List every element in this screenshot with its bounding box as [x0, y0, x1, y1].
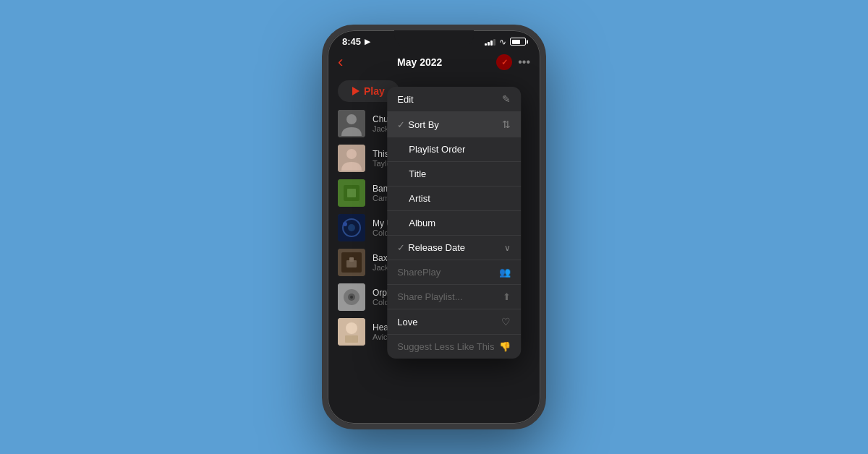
playlist-header: ‹ May 2022 ✓ •••: [328, 50, 540, 77]
status-icons: ∿: [485, 37, 526, 47]
svg-point-20: [346, 322, 357, 334]
signal-icon: [485, 38, 495, 46]
svg-point-1: [346, 114, 357, 124]
chevron-down-icon: ∨: [504, 243, 511, 253]
sort-icon: ⇅: [502, 119, 511, 130]
thumbs-down-icon: 👎: [499, 341, 511, 352]
album-art: [338, 283, 365, 311]
location-icon: ▶: [365, 38, 370, 46]
menu-item-shareplay[interactable]: SharePlay 👥: [387, 260, 521, 285]
menu-item-sort-by[interactable]: ✓ Sort By ⇅: [387, 112, 521, 137]
wifi-icon: ∿: [499, 37, 506, 47]
album-art: [338, 110, 365, 137]
svg-point-9: [348, 224, 355, 231]
menu-item-suggest-less[interactable]: Suggest Less Like This 👎: [387, 335, 521, 359]
context-menu: Edit ✎ ✓ Sort By ⇅ Playlist Order Title …: [387, 87, 521, 359]
phone-frame: 8:45 ▶ ∿ ‹ May 2022 ✓ ••• Play: [322, 25, 546, 429]
confirm-button[interactable]: ✓: [496, 54, 512, 70]
menu-item-love[interactable]: Love ♡: [387, 309, 521, 335]
check-icon: ✓: [397, 242, 405, 253]
play-icon: [352, 87, 359, 95]
menu-item-playlist-order[interactable]: Playlist Order: [387, 137, 521, 162]
svg-point-3: [346, 149, 357, 159]
svg-point-10: [343, 222, 347, 226]
album-art: [338, 318, 365, 346]
album-art: [338, 214, 365, 241]
battery-icon: [510, 38, 526, 46]
back-button[interactable]: ‹: [338, 53, 343, 72]
header-title: May 2022: [397, 56, 442, 68]
svg-rect-21: [345, 335, 358, 343]
heart-icon: ♡: [501, 316, 511, 327]
menu-item-edit[interactable]: Edit ✎: [387, 87, 521, 112]
edit-icon: ✎: [502, 93, 511, 105]
status-time: 8:45 ▶: [342, 36, 370, 47]
shareplay-icon: 👥: [499, 267, 511, 278]
menu-item-artist[interactable]: Artist: [387, 187, 521, 211]
svg-rect-6: [347, 189, 356, 197]
phone-notch: [394, 30, 474, 48]
album-art: [338, 145, 365, 172]
share-icon: ⬆: [503, 291, 511, 302]
more-button[interactable]: •••: [518, 56, 530, 69]
svg-rect-14: [349, 257, 354, 262]
header-actions: ✓ •••: [496, 54, 530, 70]
menu-item-title[interactable]: Title: [387, 162, 521, 187]
menu-item-release-date[interactable]: ✓ Release Date ∨: [387, 236, 521, 260]
menu-item-album[interactable]: Album: [387, 211, 521, 236]
check-icon: ✓: [397, 119, 405, 130]
album-art: [338, 249, 365, 276]
album-art: [338, 179, 365, 207]
menu-item-share-playlist[interactable]: Share Playlist... ⬆: [387, 285, 521, 309]
svg-point-18: [350, 296, 353, 299]
